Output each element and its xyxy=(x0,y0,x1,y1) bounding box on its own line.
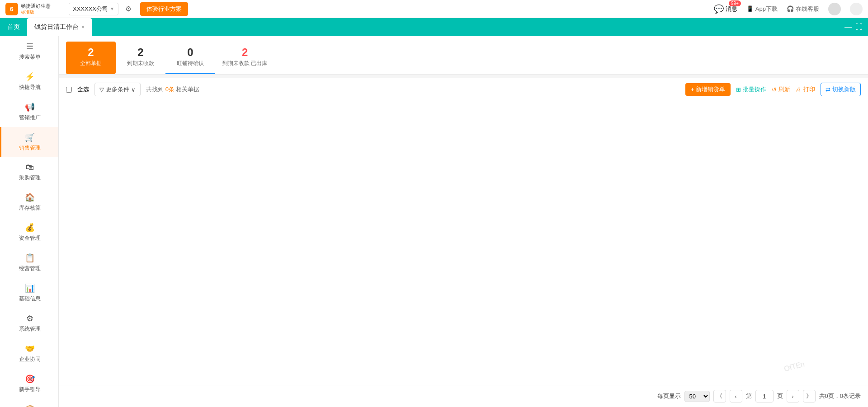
batch-icon: ⊞ xyxy=(736,86,741,93)
sidebar-item-cooperation[interactable]: 🤝 企业协同 xyxy=(0,338,58,369)
new-order-button[interactable]: + 新增销货单 xyxy=(685,83,731,96)
sidebar-item-finance[interactable]: 💰 资金管理 xyxy=(0,217,58,248)
page-suffix: 页 xyxy=(777,392,783,400)
bell-icon: 💬 xyxy=(714,4,724,14)
toolbar-right: + 新增销货单 ⊞ 批量操作 ↺ 刷新 🖨 打印 ⇄ 切换新版 xyxy=(685,83,861,96)
result-text: 共找到 0条 相关单据 xyxy=(146,85,199,94)
switch-version-button[interactable]: ⇄ 切换新版 xyxy=(821,83,861,96)
logo-icon: 6 xyxy=(5,3,18,15)
print-button[interactable]: 🖨 打印 xyxy=(796,85,815,94)
base-info-icon: 📊 xyxy=(25,283,35,293)
next-page-button[interactable]: › xyxy=(787,390,799,402)
online-service-link[interactable]: 🎧 在线客服 xyxy=(787,5,819,13)
sidebar: ☰ 搜索菜单 ⚡ 快捷导航 📢 营销推广 🛒 销售管理 🛍 采购管理 🏠 库存核… xyxy=(0,36,59,407)
sidebar-item-marketing[interactable]: 📢 营销推广 xyxy=(0,97,58,127)
app-download-link[interactable]: 📱 App下载 xyxy=(746,5,778,13)
page-size-select[interactable]: 50 10 20 100 xyxy=(684,391,710,402)
select-all-checkbox[interactable] xyxy=(66,87,72,93)
tab-home[interactable]: 首页 xyxy=(0,18,27,36)
quick-nav-icon: ⚡ xyxy=(25,72,35,82)
content-area: 2 全部单据 2 到期未收款 0 旺铺待确认 2 到期未收款 已出库 全选 ▽ … xyxy=(59,36,868,407)
table-area xyxy=(59,101,868,385)
top-right-area: 💬 消息 99+ 📱 App下载 🎧 在线客服 xyxy=(714,3,863,15)
summary-tab-wangpu[interactable]: 0 旺铺待确认 xyxy=(165,42,215,74)
sidebar-item-purchase[interactable]: 🛍 采购管理 xyxy=(0,157,58,187)
last-page-icon: 》 xyxy=(806,392,812,400)
last-page-button[interactable]: 》 xyxy=(803,390,816,402)
switch-icon: ⇄ xyxy=(826,86,830,93)
top-bar: 6 畅捷通好生意 标准版 XXXXXX公司 ▼ ⚙ 体验行业方案 💬 消息 99… xyxy=(0,0,868,18)
avatar-placeholder[interactable] xyxy=(850,3,863,15)
result-count: 0条 xyxy=(165,86,175,93)
sidebar-item-base-info[interactable]: 📊 基础信息 xyxy=(0,278,58,308)
tab-bar-right: — ⛶ xyxy=(844,23,868,31)
notification-badge: 99+ xyxy=(729,0,741,6)
first-page-icon: 《 xyxy=(717,392,722,400)
pagination: 每页显示 50 10 20 100 《 ‹ 第 页 › 》 共0页，0条记录 xyxy=(59,385,868,407)
main-layout: ☰ 搜索菜单 ⚡ 快捷导航 📢 营销推广 🛒 销售管理 🛍 采购管理 🏠 库存核… xyxy=(0,36,868,407)
guide-icon: 🎯 xyxy=(25,374,35,384)
finance-icon: 💰 xyxy=(25,223,35,233)
dropdown-arrow-icon: ▼ xyxy=(110,6,114,11)
sidebar-item-sys-mgmt[interactable]: ⚙ 系统管理 xyxy=(0,308,58,338)
tab-daily-work[interactable]: 钱货日清工作台 × xyxy=(27,18,92,36)
download-icon: 📱 xyxy=(746,5,754,12)
sidebar-item-quick-nav[interactable]: ⚡ 快捷导航 xyxy=(0,66,58,97)
refresh-icon: ↺ xyxy=(772,86,777,93)
page-number-input[interactable] xyxy=(755,390,774,402)
sys-mgmt-icon: ⚙ xyxy=(26,313,33,323)
filter-arrow-icon: ∨ xyxy=(131,86,136,93)
page-label: 第 xyxy=(746,392,752,400)
avatar[interactable] xyxy=(828,3,841,15)
summary-tab-overdue[interactable]: 2 到期未收款 xyxy=(116,42,165,74)
tab-minimize-icon[interactable]: — xyxy=(844,23,852,31)
logo-text: 畅捷通好生意 标准版 xyxy=(21,3,51,15)
company-selector[interactable]: XXXXXX公司 ▼ xyxy=(69,3,118,15)
print-icon: 🖨 xyxy=(796,86,802,93)
search-menu-icon: ☰ xyxy=(26,42,33,51)
select-all-label: 全选 xyxy=(77,85,89,94)
sidebar-item-guide[interactable]: 🎯 新手引导 xyxy=(0,369,58,399)
app-center-icon: 📦 xyxy=(25,404,35,407)
more-filter-button[interactable]: ▽ 更多条件 ∨ xyxy=(94,83,141,96)
next-icon: › xyxy=(792,393,793,400)
toolbar: 全选 ▽ 更多条件 ∨ 共找到 0条 相关单据 + 新增销货单 ⊞ 批量操作 ↺ xyxy=(59,78,868,101)
sidebar-item-search-menu[interactable]: ☰ 搜索菜单 xyxy=(0,36,58,66)
service-icon: 🎧 xyxy=(787,5,794,12)
prev-icon: ‹ xyxy=(735,393,736,400)
sidebar-item-operations[interactable]: 📋 经营管理 xyxy=(0,248,58,278)
sidebar-item-app-center[interactable]: 📦 应用中心 xyxy=(0,399,58,407)
settings-icon[interactable]: ⚙ xyxy=(122,3,135,15)
notification-bell[interactable]: 💬 消息 99+ xyxy=(714,4,737,14)
first-page-button[interactable]: 《 xyxy=(713,390,726,402)
refresh-button[interactable]: ↺ 刷新 xyxy=(772,85,790,94)
marketing-icon: 📢 xyxy=(25,102,35,112)
summary-tab-shipped[interactable]: 2 到期未收款 已出库 xyxy=(215,42,274,74)
logo-area: 6 畅捷通好生意 标准版 xyxy=(5,3,64,15)
operations-icon: 📋 xyxy=(25,253,35,263)
page-size-label: 每页显示 xyxy=(657,392,681,400)
cooperation-icon: 🤝 xyxy=(25,344,35,354)
tab-expand-icon[interactable]: ⛶ xyxy=(855,23,863,31)
inventory-icon: 🏠 xyxy=(25,192,35,202)
trial-button[interactable]: 体验行业方案 xyxy=(140,2,188,16)
total-info: 共0页，0条记录 xyxy=(819,392,861,400)
summary-tabs: 2 全部单据 2 到期未收款 0 旺铺待确认 2 到期未收款 已出库 xyxy=(59,36,868,75)
sales-icon: 🛒 xyxy=(25,132,35,142)
filter-icon: ▽ xyxy=(99,86,104,93)
tab-bar: 首页 钱货日清工作台 × — ⛶ xyxy=(0,18,868,36)
batch-operation-button[interactable]: ⊞ 批量操作 xyxy=(736,85,766,94)
sidebar-item-sales[interactable]: 🛒 销售管理 xyxy=(0,127,58,157)
summary-tab-all[interactable]: 2 全部单据 xyxy=(66,42,116,74)
close-tab-icon[interactable]: × xyxy=(81,24,85,30)
prev-page-button[interactable]: ‹ xyxy=(730,390,742,402)
purchase-icon: 🛍 xyxy=(26,163,34,172)
sidebar-item-inventory[interactable]: 🏠 库存核算 xyxy=(0,187,58,217)
